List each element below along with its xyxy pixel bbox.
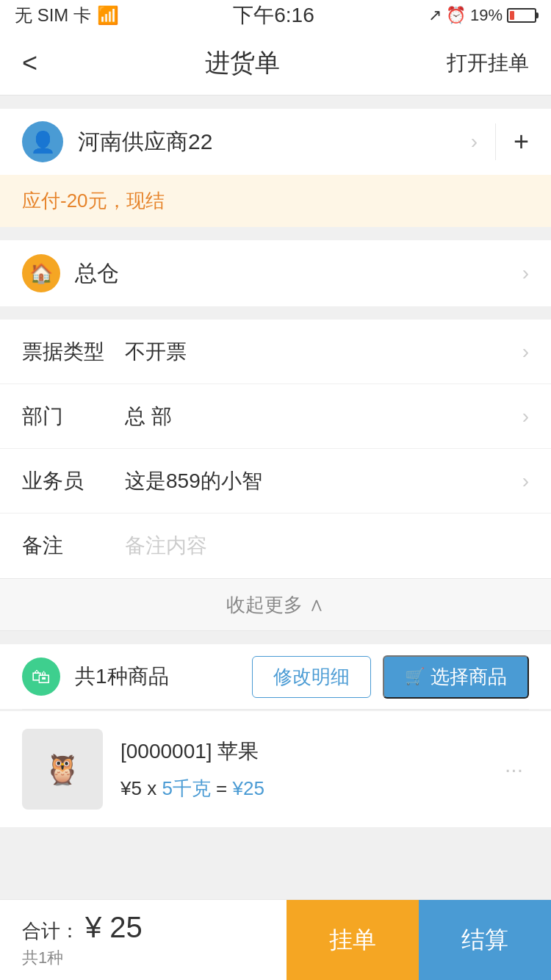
- staff-row[interactable]: 业务员 这是859的小智 ›: [0, 449, 551, 514]
- total-count: 共1种: [22, 947, 264, 969]
- checkout-label: 结算: [461, 924, 508, 956]
- dept-row[interactable]: 部门 总 部 ›: [0, 384, 551, 449]
- dept-label: 部门: [22, 403, 125, 430]
- staff-value: 这是859的小智: [125, 467, 522, 495]
- product-thumbnail: 🦉: [22, 729, 103, 810]
- status-left: 无 SIM 卡 📶: [15, 4, 119, 27]
- hang-order-button[interactable]: 挂单: [287, 900, 419, 981]
- battery-icon: [507, 8, 536, 23]
- wifi-icon: 📶: [97, 5, 119, 26]
- product-price-row: ¥5 x 5千克 = ¥25: [120, 776, 499, 801]
- remark-label: 备注: [22, 532, 125, 560]
- battery-percent: 19%: [470, 6, 503, 25]
- item-total: ¥25: [233, 777, 264, 799]
- product-icon: 🛍: [22, 657, 60, 696]
- vertical-divider: [495, 123, 496, 160]
- footer-space: [0, 827, 551, 908]
- invoice-chevron-icon: ›: [522, 340, 529, 364]
- checkout-button[interactable]: 结算: [419, 900, 551, 981]
- form-section: 票据类型 不开票 › 部门 总 部 › 业务员 这是859的小智 › 备注 备注…: [0, 320, 551, 578]
- product-icon-symbol: 🛍: [32, 666, 51, 688]
- quantity: 5千克: [162, 777, 210, 799]
- total-row: 合计： ¥ 25: [22, 911, 264, 944]
- back-button[interactable]: <: [22, 48, 37, 79]
- products-divider: [22, 709, 529, 710]
- total-label: 合计：: [22, 918, 79, 944]
- gap-3: [0, 306, 551, 320]
- product-count: 共1种商品: [75, 663, 252, 691]
- warehouse-name: 总仓: [75, 259, 522, 289]
- supplier-row[interactable]: 👤 河南供应商22 › +: [0, 109, 551, 175]
- product-code: [0000001]: [120, 740, 212, 763]
- multiply-sign: x: [147, 777, 162, 799]
- invoice-row[interactable]: 票据类型 不开票 ›: [0, 320, 551, 384]
- total-amount: ¥ 25: [85, 911, 143, 944]
- bottom-bar: 合计： ¥ 25 共1种 挂单 结算: [0, 899, 551, 980]
- table-row: 🦉 [0000001] 苹果 ¥5 x 5千克 = ¥25 ···: [0, 711, 551, 827]
- product-title: 苹果: [217, 740, 259, 763]
- modify-detail-button[interactable]: 修改明细: [252, 656, 371, 698]
- collapse-label: 收起更多 ∧: [226, 592, 324, 618]
- gap-1: [0, 96, 551, 109]
- remark-input[interactable]: 备注内容: [125, 532, 529, 560]
- gap-2: [0, 227, 551, 240]
- cart-icon: 🛒: [405, 667, 425, 686]
- product-more-button[interactable]: ···: [499, 751, 529, 788]
- location-icon: ↗: [428, 6, 442, 25]
- open-hang-button[interactable]: 打开挂单: [447, 49, 529, 77]
- nav-bar: < 进货单 打开挂单: [0, 31, 551, 96]
- status-bar: 无 SIM 卡 📶 下午6:16 ↗ ⏰ 19%: [0, 0, 551, 31]
- product-info: [0000001] 苹果 ¥5 x 5千克 = ¥25: [120, 738, 499, 801]
- dept-chevron-icon: ›: [522, 405, 529, 428]
- supplier-avatar: 👤: [22, 121, 63, 162]
- dept-value: 总 部: [125, 403, 522, 430]
- avatar-icon: 👤: [30, 130, 56, 154]
- product-name: [0000001] 苹果: [120, 738, 499, 765]
- warehouse-symbol: 🏠: [29, 262, 53, 285]
- warehouse-icon: 🏠: [22, 254, 60, 292]
- staff-chevron-icon: ›: [522, 469, 529, 493]
- product-logo: 🦉: [44, 752, 81, 787]
- notice-bar: 应付-20元，现结: [0, 175, 551, 227]
- status-time: 下午6:16: [233, 1, 314, 29]
- carrier-text: 无 SIM 卡: [15, 4, 91, 27]
- page-title: 进货单: [205, 46, 280, 80]
- select-product-button[interactable]: 🛒 选择商品: [383, 655, 529, 699]
- unit-price: ¥5: [120, 777, 142, 799]
- supplier-chevron-icon: ›: [471, 130, 478, 154]
- products-header: 🛍 共1种商品 修改明细 🛒 选择商品: [0, 644, 551, 709]
- staff-label: 业务员: [22, 467, 125, 495]
- supplier-name: 河南供应商22: [78, 127, 471, 157]
- invoice-label: 票据类型: [22, 338, 125, 366]
- collapse-row[interactable]: 收起更多 ∧: [0, 578, 551, 631]
- equals-sign: =: [216, 777, 232, 799]
- battery-fill: [510, 11, 514, 20]
- add-supplier-button[interactable]: +: [514, 126, 529, 157]
- status-right: ↗ ⏰ 19%: [428, 6, 536, 25]
- total-section: 合计： ¥ 25 共1种: [0, 911, 287, 969]
- invoice-value: 不开票: [125, 338, 522, 366]
- warehouse-chevron-icon: ›: [522, 262, 529, 285]
- warehouse-row[interactable]: 🏠 总仓 ›: [0, 240, 551, 306]
- select-btn-label: 选择商品: [431, 664, 507, 690]
- remark-row[interactable]: 备注 备注内容: [0, 514, 551, 578]
- alarm-icon: ⏰: [446, 6, 466, 25]
- hang-label: 挂单: [329, 924, 376, 956]
